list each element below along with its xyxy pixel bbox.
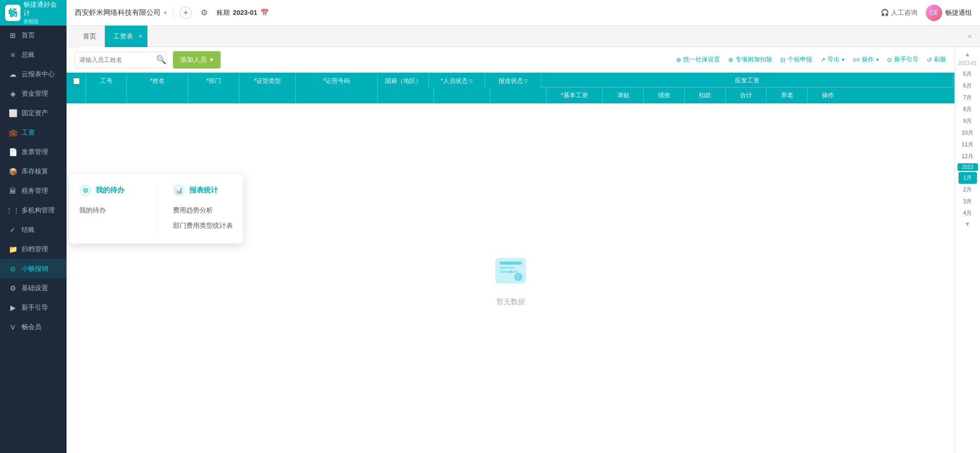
todo-icon: ⊙ <box>79 184 92 197</box>
special-deduct-action[interactable]: ⊕ 专项附加扣除 <box>728 55 772 64</box>
popup-todo-header: ⊙ 我的待办 <box>79 184 140 197</box>
sidebar-item-archive[interactable]: 📁 归档管理 <box>0 240 67 259</box>
tab-close-button[interactable]: × <box>138 32 143 41</box>
popup-expense-trend-item[interactable]: 费用趋势分析 <box>173 203 233 218</box>
th-pension: 养老 <box>767 88 808 102</box>
timeline-month-11[interactable]: 11月 <box>955 139 980 150</box>
expense-icon: G <box>8 264 17 273</box>
timeline-month-8[interactable]: 8月 <box>955 103 980 115</box>
svg-point-6 <box>509 270 512 273</box>
refresh-icon: ↺ <box>927 56 932 63</box>
filter-icon[interactable]: ▽ <box>469 78 473 84</box>
th2-status <box>434 88 490 102</box>
user-menu[interactable]: CE 畅捷通组 <box>926 5 972 21</box>
chevron-down-icon: ▾ <box>164 9 167 16</box>
settings-button[interactable]: ⚙ <box>198 7 210 19</box>
inventory-icon: 📦 <box>8 167 17 176</box>
timeline-period-label: 2023-01 <box>958 59 977 67</box>
new-guide-icon: ⊙ <box>887 56 892 63</box>
timeline-month-3[interactable]: 3月 <box>955 196 980 207</box>
th2-name <box>127 88 188 102</box>
tab-payroll[interactable]: 工资表 × <box>105 26 148 47</box>
personal-tax-action[interactable]: ⊟ 个税申报 <box>780 55 812 64</box>
th2-checkbox <box>68 88 86 102</box>
add-company-button[interactable]: + <box>180 7 192 19</box>
th-send-status: 报送状态 ▽ <box>485 74 541 88</box>
sidebar: 畅 畅捷通好会计 旗舰版 ⊞ 首页 ≡ 总账 ☁ 云报表中心 ◈ 资金管理 ⬜ … <box>0 0 67 453</box>
timeline-month-7[interactable]: 7月 <box>955 92 980 103</box>
sidebar-item-member[interactable]: V 畅会员 <box>0 317 67 337</box>
popup-todo-item[interactable]: 我的待办 <box>79 203 140 218</box>
sidebar-item-settle[interactable]: ✓ 结账 <box>0 220 67 240</box>
th-basic-wage: *基本工资 <box>547 88 603 102</box>
operate-action[interactable]: ≡≡ 操作 ▾ <box>853 55 879 64</box>
sidebar-item-expense[interactable]: G 小畅报销 <box>0 259 67 278</box>
popup-reports-header: 📊 报表统计 <box>173 184 233 197</box>
select-all-checkbox[interactable] <box>73 78 80 84</box>
th-bonus: 绩效 <box>644 88 685 102</box>
th-wage-title: 应发工资 <box>541 74 953 88</box>
tax-icon: 🏛 <box>8 186 17 196</box>
sidebar-item-invoice[interactable]: 📄 发票管理 <box>0 142 67 162</box>
new-guide-action[interactable]: ⊙ 新手引导 <box>887 55 919 64</box>
sidebar-item-finance[interactable]: ◈ 资金管理 <box>0 84 67 103</box>
refresh-action[interactable]: ↺ 刷新 <box>927 55 946 64</box>
th-number: 工号 <box>86 74 127 88</box>
search-input[interactable] <box>79 56 156 63</box>
th2-id-type <box>239 88 296 102</box>
sidebar-item-multi[interactable]: ⋮⋮ 多机构管理 <box>0 201 67 220</box>
sidebar-item-reports[interactable]: ☁ 云报表中心 <box>0 64 67 84</box>
timeline-month-9[interactable]: 9月 <box>955 115 980 127</box>
ledger-icon: ≡ <box>8 50 17 59</box>
assets-icon: ⬜ <box>8 109 17 118</box>
sidebar-item-ledger[interactable]: ≡ 总账 <box>0 45 67 64</box>
social-security-action[interactable]: ⊕ 统一社保设置 <box>676 55 720 64</box>
sidebar-item-inventory[interactable]: 📦 库存核算 <box>0 162 67 181</box>
export-action[interactable]: ↗ 导出 ▾ <box>820 55 844 64</box>
popup-dept-expense-item[interactable]: 部门费用类型统计表 <box>173 218 233 233</box>
finance-icon: ◈ <box>8 89 17 98</box>
settle-icon: ✓ <box>8 225 17 234</box>
table-header-row2: *基本工资 津贴 绩效 扣款 合计 养老 <box>68 88 953 102</box>
add-person-button[interactable]: 添加人员 ▾ <box>173 51 221 69</box>
th2-number <box>86 88 127 102</box>
gear-icon: ⚙ <box>8 284 17 293</box>
play-icon: ▶ <box>8 303 17 312</box>
svg-rect-2 <box>499 267 515 269</box>
operate-icon: ≡≡ <box>853 56 860 63</box>
sidebar-item-basic[interactable]: ⚙ 基础设置 <box>0 278 67 298</box>
timeline-month-12[interactable]: 12月 <box>955 150 980 162</box>
member-icon: V <box>8 322 17 332</box>
data-table: 工号 *姓名 *部门 *证型类型 *证照号码 国籍（地区） <box>67 73 954 103</box>
timeline-month-10[interactable]: 10月 <box>955 127 980 139</box>
company-selector[interactable]: 西安虾米网络科技有限公司 ▾ <box>75 8 167 17</box>
sidebar-item-assets[interactable]: ⬜ 固定资产 <box>0 103 67 123</box>
filter-icon2[interactable]: ▽ <box>524 78 528 84</box>
timeline-up-button[interactable]: ▲ <box>961 49 975 59</box>
timeline-month-1[interactable]: 1月 <box>959 172 977 184</box>
table-container: 🔍 添加人员 ▾ ⊕ 统一社保设置 ⊕ 专项附加扣除 ⊟ <box>67 47 954 453</box>
sidebar-item-home[interactable]: ⊞ 首页 <box>0 26 67 45</box>
th2-country <box>378 88 434 102</box>
archive-icon: 📁 <box>8 245 17 254</box>
timeline-month-6[interactable]: 6月 <box>955 80 980 92</box>
popup-col-todo: ⊙ 我的待办 我的待办 <box>79 184 140 233</box>
timeline-year-2023: 2023 <box>957 163 978 171</box>
service-button[interactable]: 🎧 人工咨询 <box>881 8 918 17</box>
sidebar-item-tax[interactable]: 🏛 税务管理 <box>0 181 67 201</box>
th-checkbox[interactable] <box>68 74 86 88</box>
tab-home[interactable]: 首页 <box>75 26 105 47</box>
timeline-month-5[interactable]: 5月 <box>955 68 980 80</box>
personal-tax-icon: ⊟ <box>780 56 786 63</box>
toolbar: 🔍 添加人员 ▾ ⊕ 统一社保设置 ⊕ 专项附加扣除 ⊟ <box>67 47 954 73</box>
timeline-month-2[interactable]: 2月 <box>955 184 980 196</box>
sidebar-item-guide[interactable]: ▶ 新手引导 <box>0 298 67 317</box>
search-icon: 🔍 <box>156 55 166 64</box>
th-wage-group: 应发工资 <box>541 74 953 88</box>
invoice-icon: 📄 <box>8 147 17 157</box>
toolbar-actions: ⊕ 统一社保设置 ⊕ 专项附加扣除 ⊟ 个税申报 ↗ 导出 ▾ <box>676 55 946 64</box>
window-close-button[interactable]: × <box>968 32 980 41</box>
sidebar-item-salary[interactable]: 💼 工资 <box>0 123 67 142</box>
timeline-down-button[interactable]: ▼ <box>961 219 975 229</box>
timeline-month-4[interactable]: 4月 <box>955 207 980 219</box>
